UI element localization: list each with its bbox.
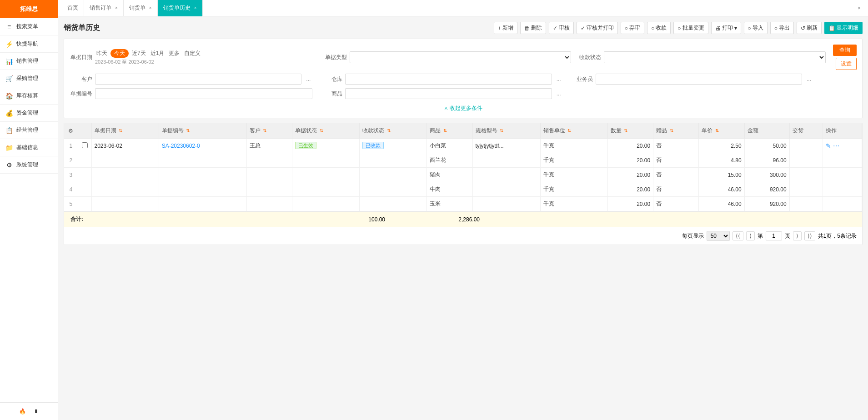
goods-input[interactable] xyxy=(345,88,552,99)
salesperson-dots[interactable]: ... xyxy=(805,76,813,82)
col-qty[interactable]: 数量 ⇅ xyxy=(607,123,653,139)
filter-doc-no: 单据编号 xyxy=(70,88,312,99)
fire-icon[interactable]: 🔥 xyxy=(19,408,26,415)
audit-button[interactable]: ✓ 审核 xyxy=(549,22,574,34)
page-last-button[interactable]: ⟩⟩ xyxy=(804,231,815,240)
col-customer[interactable]: 客户 ⇅ xyxy=(246,123,292,139)
page-prev-button[interactable]: ⟨ xyxy=(746,231,755,240)
sort-unit-icon: ⇅ xyxy=(567,128,571,133)
sidebar-item-finance[interactable]: 💰 资金管理 xyxy=(0,105,58,122)
import-icon: ○ xyxy=(748,25,751,31)
col-doc-date[interactable]: 单据日期 ⇅ xyxy=(91,123,159,139)
row-checkbox[interactable] xyxy=(78,182,91,197)
page-next-button[interactable]: ⟩ xyxy=(793,231,802,240)
export-button[interactable]: ○ 导出 xyxy=(770,22,794,34)
col-settings[interactable]: ⚙ xyxy=(64,123,78,139)
row-amount: 96.00 xyxy=(744,153,789,168)
page-number-input[interactable] xyxy=(766,231,782,240)
warehouse-input[interactable] xyxy=(345,74,552,85)
col-amount: 金额 xyxy=(744,123,789,139)
query-button[interactable]: 查询 xyxy=(833,45,857,56)
audit-print-button[interactable]: ✓ 审核并打印 xyxy=(577,22,618,34)
customer-dots[interactable]: ... xyxy=(304,76,312,82)
row-checkbox[interactable] xyxy=(78,168,91,182)
col-unit[interactable]: 销售单位 ⇅ xyxy=(540,123,607,139)
delete-button[interactable]: 🗑 删除 xyxy=(520,22,546,34)
row-unit-price: 46.00 xyxy=(699,197,744,211)
sidebar-item-system-mgmt[interactable]: ⚙ 系统管理 xyxy=(0,156,58,174)
page-header: 销货单历史 + 新增 🗑 删除 ✓ 审核 ✓ 审核并打印 xyxy=(64,22,863,34)
tab-home[interactable]: 首页 xyxy=(62,0,84,16)
add-button[interactable]: + 新增 xyxy=(494,22,517,34)
sidebar-bottom: 🔥 ⏸ xyxy=(0,402,58,420)
refresh-button[interactable]: ↺ 刷新 xyxy=(797,22,822,34)
page-size-select[interactable]: 50 100 200 xyxy=(707,231,730,241)
total-amount: 2,286.00 xyxy=(449,216,485,223)
sidebar-item-quick-nav[interactable]: ⚡ 快捷导航 xyxy=(0,35,58,53)
customer-input[interactable] xyxy=(95,74,301,85)
date-group: 昨天 今天 近7天 近1月 更多 自定义 2023-06-02 至 2023-0… xyxy=(95,49,317,65)
col-goods[interactable]: 商品 ⇅ xyxy=(427,123,472,139)
row-gift: 否 xyxy=(653,153,699,168)
doc-no-input[interactable] xyxy=(95,88,312,99)
row-doc-date xyxy=(91,197,159,211)
tab-close-history[interactable]: × xyxy=(194,5,197,10)
col-unit-price[interactable]: 单价 ⇅ xyxy=(699,123,744,139)
tab-sales-goods[interactable]: 销货单 × xyxy=(124,0,158,16)
collapse-button[interactable]: ∧ 收起更多条件 xyxy=(70,103,857,112)
shortcut-more[interactable]: 更多 xyxy=(167,49,181,58)
collect-button[interactable]: ○ 收款 xyxy=(647,22,671,34)
tab-sales-order[interactable]: 销售订单 × xyxy=(84,0,124,16)
collect-status-select[interactable] xyxy=(604,51,826,63)
sidebar-item-label: 销售管理 xyxy=(16,57,38,65)
row-amount: 50.00 xyxy=(744,139,789,153)
import-button[interactable]: ○ 导入 xyxy=(744,22,768,34)
shortcut-yesterday[interactable]: 昨天 xyxy=(95,49,109,58)
batch-change-button[interactable]: ○ 批量变更 xyxy=(673,22,708,34)
col-gift[interactable]: 赠品 ⇅ xyxy=(653,123,699,139)
sidebar-item-purchase-mgmt[interactable]: 🛒 采购管理 xyxy=(0,70,58,87)
col-doc-status[interactable]: 单据状态 ⇅ xyxy=(292,123,360,139)
goods-dots[interactable]: ... xyxy=(555,90,563,97)
more-icon[interactable]: ⋯ xyxy=(833,142,839,150)
tab-close-all-button[interactable]: × xyxy=(854,5,864,11)
row-unit-price: 46.00 xyxy=(699,182,744,197)
shortcut-custom[interactable]: 自定义 xyxy=(183,49,202,58)
row-doc-no xyxy=(159,153,246,168)
show-detail-button[interactable]: 📋 显示明细 xyxy=(824,22,863,34)
warehouse-dots[interactable]: ... xyxy=(555,76,563,82)
operations-icon: 📋 xyxy=(5,127,13,134)
pause-icon[interactable]: ⏸ xyxy=(33,408,39,415)
row-collect-status: 已收款 xyxy=(360,139,427,153)
row-checkbox[interactable] xyxy=(78,139,91,153)
sidebar-item-basic-info[interactable]: 📁 基础信息 xyxy=(0,139,58,156)
sidebar-item-search-menu[interactable]: ≡ 搜索菜单 xyxy=(0,18,58,35)
shortcut-7days[interactable]: 近7天 xyxy=(130,49,147,58)
inventory-icon: 🏠 xyxy=(5,92,13,100)
print-button[interactable]: 🖨 打印 ▾ xyxy=(711,22,741,34)
table-container: ⚙ 单据日期 ⇅ 单据编号 ⇅ 客户 ⇅ xyxy=(64,123,863,245)
row-doc-date xyxy=(91,182,159,197)
tab-close-sales-goods[interactable]: × xyxy=(149,5,152,10)
row-checkbox[interactable] xyxy=(78,197,91,211)
page-first-button[interactable]: ⟨⟨ xyxy=(733,231,743,240)
salesperson-input[interactable] xyxy=(596,74,802,85)
col-spec[interactable]: 规格型号 ⇅ xyxy=(472,123,540,139)
sidebar-item-sales-mgmt[interactable]: 📊 销售管理 xyxy=(0,53,58,70)
row-checkbox[interactable] xyxy=(78,153,91,168)
sidebar-item-inventory[interactable]: 🏠 库存核算 xyxy=(0,87,58,105)
tab-sales-goods-history[interactable]: 销货单历史 × xyxy=(158,0,203,16)
abandon-button[interactable]: ○ 弃审 xyxy=(621,22,644,34)
filter-settings-button[interactable]: 设置 xyxy=(836,58,857,70)
filter-row-1: 单据日期 昨天 今天 近7天 近1月 更多 自定义 2023-06-02 至 2… xyxy=(70,45,857,70)
doc-type-select[interactable] xyxy=(350,51,572,63)
col-doc-no[interactable]: 单据编号 ⇅ xyxy=(159,123,246,139)
tab-close-sales-order[interactable]: × xyxy=(115,5,118,10)
edit-icon[interactable]: ✎ xyxy=(826,142,831,150)
sidebar-item-operations[interactable]: 📋 经营管理 xyxy=(0,122,58,139)
col-collect-status[interactable]: 收款状态 ⇅ xyxy=(360,123,427,139)
sales-icon: 📊 xyxy=(5,58,13,65)
shortcut-today[interactable]: 今天 xyxy=(110,49,129,58)
doc-no-link[interactable]: SA-20230602-0 xyxy=(162,143,200,149)
shortcut-1month[interactable]: 近1月 xyxy=(149,49,166,58)
